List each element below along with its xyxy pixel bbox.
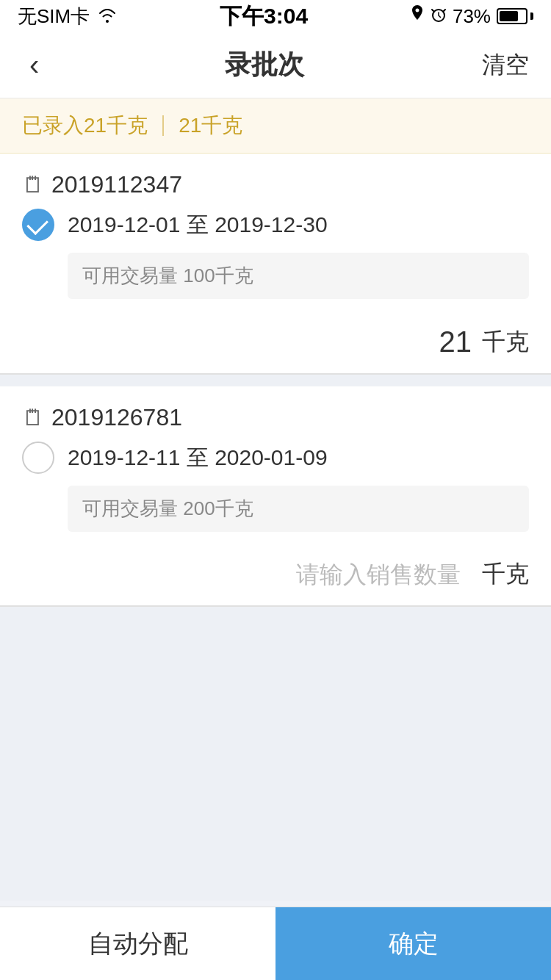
bottom-spacer [0,607,551,901]
batch-id-text-1: 2019112347 [51,171,182,198]
batch-avail-box-1: 可用交易量 100千克 [68,253,529,299]
entered-amount-value: 21千克 [179,112,242,140]
qty-input-2[interactable] [177,561,472,588]
batch-date-row-2: 2019-12-11 至 2020-01-09 [22,442,529,474]
batch-input-row-2: 千克 [0,547,551,607]
batch-radio-1[interactable] [22,209,54,241]
battery-percent: 73% [453,5,491,28]
batch-radio-2[interactable] [22,442,54,474]
location-icon [410,5,425,28]
batch-id-text-2: 2019126781 [51,404,182,431]
input-unit-2: 千克 [482,558,529,591]
status-left: 无SIM卡 [18,4,118,29]
entered-amount-label: 已录入21千克 [22,112,148,140]
clear-button[interactable]: 清空 [482,49,529,82]
batch-card-1: 🗒 2019112347 2019-12-01 至 2019-12-30 可用交… [0,154,551,375]
auto-assign-label: 自动分配 [88,927,188,961]
confirm-label: 确定 [389,927,439,961]
batch-doc-icon-2: 🗒 [22,406,44,430]
batch-date-text-2: 2019-12-11 至 2020-01-09 [68,443,328,473]
wifi-icon [97,5,118,28]
batch-id-row-1: 🗒 2019112347 [22,171,529,198]
info-divider [162,115,164,136]
page-title: 录批次 [225,47,304,83]
back-button[interactable]: ‹ [22,41,46,89]
battery-icon [497,8,533,24]
batch-avail-text-2: 可用交易量 200千克 [82,497,253,519]
status-bar: 无SIM卡 下午3:04 [0,0,551,32]
batch-date-row-1: 2019-12-01 至 2019-12-30 [22,209,529,241]
batch-qty-value-1: 21 [439,325,472,359]
status-time: 下午3:04 [220,1,308,32]
confirm-button[interactable]: 确定 [276,907,551,980]
status-right: 73% [410,5,533,28]
nav-bar: ‹ 录批次 清空 [0,32,551,98]
info-bar: 已录入21千克 21千克 [0,98,551,154]
batch-qty-row-1: 21 千克 [0,314,551,375]
batch-avail-box-2: 可用交易量 200千克 [68,486,529,532]
alarm-icon [431,5,447,28]
batch-doc-icon-1: 🗒 [22,173,44,198]
batch-card-2: 🗒 2019126781 2019-12-11 至 2020-01-09 可用交… [0,386,551,607]
auto-assign-button[interactable]: 自动分配 [0,907,276,980]
batch-avail-text-1: 可用交易量 100千克 [82,264,253,287]
footer: 自动分配 确定 [0,907,551,980]
batch-qty-unit-1: 千克 [482,326,529,359]
section-divider [0,375,551,386]
batch-date-text-1: 2019-12-01 至 2019-12-30 [68,210,328,240]
carrier-label: 无SIM卡 [18,4,90,29]
batch-id-row-2: 🗒 2019126781 [22,404,529,431]
